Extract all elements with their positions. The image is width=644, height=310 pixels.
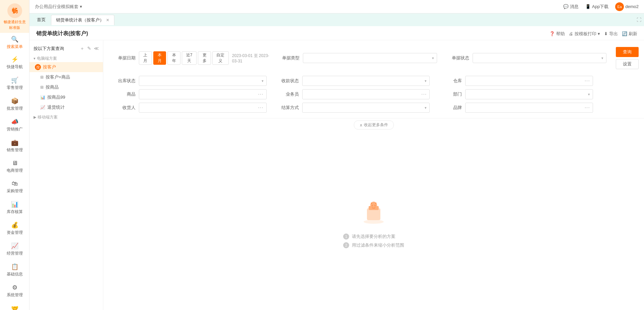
tabbar-right: ⛶ [635,17,641,22]
sidebar-item-purchase[interactable]: 🛍 采购管理 [0,177,29,197]
sidebar-item-system[interactable]: ⚙ 系统管理 [0,280,29,301]
app-download-button[interactable]: 📱 App下载 [585,4,608,10]
sidebar-item-marketing[interactable]: 📣 营销推广 [0,115,29,136]
print-button[interactable]: 🖨 按模板打印 ▾ [569,31,600,37]
svg-point-8 [372,205,373,207]
date-label: 单据日期 [109,55,139,61]
tree-expand-mobile-icon: ▶ [34,115,36,119]
date-btn-7days[interactable]: 近7天 [182,51,197,65]
scheme-return-stat[interactable]: 📈 退货统计 [30,102,103,112]
warehouse-label: 仓库 [435,78,465,84]
collapse-panel-button[interactable]: ≪ [94,46,99,52]
system-icon: ⚙ [12,284,17,291]
refresh-button[interactable]: 🔄 刷新 [622,31,637,37]
brand-select[interactable]: ··· [465,103,593,113]
inventory-icon: 📊 [11,201,18,208]
sidebar-item-quick-nav[interactable]: ⚡ 快捷导航 [0,52,29,73]
topbar-right: 💬 消息 📱 App下载 Ea demo2 [563,2,639,11]
tab-home[interactable]: 首页 [32,15,50,25]
scheme-by-customer-goods[interactable]: ⊞ 按客户+商品 [30,72,103,82]
salesperson-select[interactable]: ··· [302,89,430,99]
message-icon: 💬 [563,4,569,9]
avatar: Ea [615,2,624,11]
tab-close-button[interactable]: ✕ [106,18,109,22]
edit-scheme-button[interactable]: ✎ [87,46,91,52]
breadcrumb-dropdown[interactable]: 办公用品行业模拟账套 ▾ [35,4,82,10]
dept-arrow: ▾ [588,92,590,97]
collect-status-select[interactable]: ▾ [302,76,430,86]
topbar-left: 办公用品行业模拟账套 ▾ [35,4,82,10]
receiver-select[interactable]: ··· [139,103,267,113]
goods-select[interactable]: ··· [139,89,267,99]
svg-rect-3 [367,208,380,220]
type-select[interactable]: ▾ [303,53,437,63]
sidebar-item-search[interactable]: 🔍 搜索菜单 [0,33,29,52]
date-btn-last-month[interactable]: 上月 [139,51,152,65]
type-label: 单据类型 [273,55,303,61]
page-title: 销货单统计表(按客户) [36,30,88,37]
maximize-button[interactable]: ⛶ [637,17,641,22]
scheme-label-return: 退货统计 [47,104,65,110]
tree-expand-icon: ▾ [34,56,36,61]
sidebar-system-label: 系统管理 [7,292,23,298]
empty-illustration [357,193,390,227]
collapse-button[interactable]: ∧ 收起更多条件 [354,120,394,130]
tip-num-2: 2 [343,242,349,248]
out-status-select[interactable]: ▾ [139,76,267,86]
date-btn-this-year[interactable]: 本年 [167,51,180,65]
sidebar-item-enterprise[interactable]: 🤝 企业协同 [0,301,29,310]
svg-text:畅: 畅 [12,7,18,14]
message-button[interactable]: 💬 消息 [563,4,579,10]
dept-label: 部门 [435,91,465,97]
sub-icon-customer-goods: ⊞ [40,75,44,80]
status-arrow: ▾ [601,56,603,60]
scheme-by-goods99[interactable]: 📊 按商品99 [30,92,103,102]
tab-home-label: 首页 [37,17,46,23]
left-panel-header: 按以下方案查询 ＋ ✎ ≪ [30,44,103,54]
sidebar-item-ecommerce[interactable]: 🖥 电商管理 [0,156,29,177]
finance-icon: 💰 [11,221,18,229]
scheme-by-goods[interactable]: ⊞ 按商品 [30,82,103,92]
enterprise-icon: 🤝 [11,305,18,310]
query-button[interactable]: 查询 [616,47,639,57]
sidebar-item-wholesale[interactable]: 📦 批发管理 [0,94,29,115]
date-btn-more[interactable]: 更多 [198,51,211,65]
sidebar-item-finance[interactable]: 💰 资金管理 [0,218,29,239]
content-area: 销货单统计表(按客户) ❓ 帮助 🖨 按模板打印 ▾ ⬇ 导出 🔄 刷新 [30,26,644,310]
out-status-arrow: ▾ [262,79,264,83]
scheme-label-customer: 按客户 [43,64,56,70]
settings-button[interactable]: 设置 [616,59,639,69]
user-menu[interactable]: Ea demo2 [615,2,639,11]
payment-select[interactable]: ▾ [302,103,430,113]
date-btn-custom[interactable]: 自定义 [212,51,229,65]
type-arrow: ▾ [432,56,434,60]
date-btn-this-month[interactable]: 本月 [153,51,166,65]
empty-tips: 1 请先选择要分析的方案 2 用过滤条件来缩小分析范围 [343,234,404,248]
dept-select[interactable]: ▾ [465,89,593,99]
status-select[interactable]: ▾ [473,53,606,63]
breadcrumb-text: 办公用品行业模拟账套 [35,4,78,10]
warehouse-select[interactable]: ··· [465,76,593,86]
export-button[interactable]: ⬇ 导出 [604,31,618,37]
sidebar-item-sales[interactable]: 💼 销售管理 [0,136,29,156]
help-button[interactable]: ❓ 帮助 [549,31,565,37]
add-scheme-button[interactable]: ＋ [80,46,85,52]
user-name: demo2 [625,4,639,9]
sidebar-item-operations[interactable]: 📈 经营管理 [0,239,29,260]
sidebar-wholesale-label: 批发管理 [7,106,23,111]
scheme-by-customer[interactable]: 按 按客户 [30,62,103,72]
tip-text-1: 请先选择要分析的方案 [352,234,395,240]
goods-dots: ··· [258,91,263,97]
desktop-group-text: 电脑端方案 [37,56,57,61]
sub-icon-goods: ⊞ [40,85,44,90]
sidebar-item-basic[interactable]: 📋 基础信息 [0,260,29,280]
collapse-bar: ∧ 收起更多条件 [103,118,644,132]
sales-icon: 💼 [11,139,18,146]
empty-tip-2: 2 用过滤条件来缩小分析范围 [343,242,404,248]
sidebar-item-retail[interactable]: 🛒 零售管理 [0,73,29,94]
sub-icon-return: 📈 [40,105,45,110]
salesperson-label: 业务员 [272,91,302,97]
sidebar-item-inventory[interactable]: 📊 库存核算 [0,197,29,218]
tab-sales-stat[interactable]: 销货单统计表（按客户） ✕ [51,15,114,25]
tip-text-2: 用过滤条件来缩小分析范围 [352,242,404,248]
